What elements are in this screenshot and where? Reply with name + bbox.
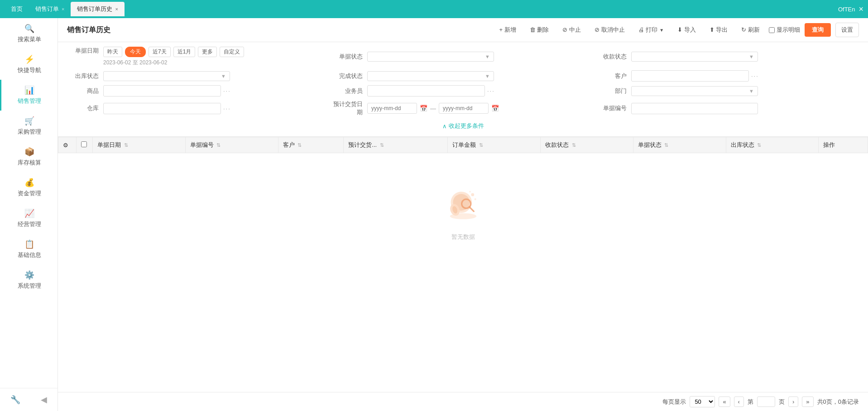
warehouse-more-icon[interactable]: ···: [221, 105, 233, 112]
out-status-select[interactable]: ▼: [103, 71, 230, 81]
expected-date-end[interactable]: [439, 103, 489, 114]
expected-date-start-calendar-icon[interactable]: 📅: [420, 105, 427, 112]
col-amount-sort-icon[interactable]: ⇅: [479, 142, 483, 148]
svg-point-9: [469, 191, 470, 192]
sidebar-bottom-collapse-icon[interactable]: ◀: [39, 393, 49, 406]
warehouse-input[interactable]: [103, 103, 221, 114]
svg-line-4: [469, 207, 474, 211]
settings-button[interactable]: 设置: [835, 23, 859, 37]
out-status-arrow-icon: ▼: [221, 73, 226, 79]
col-bill-status-sort-icon[interactable]: ⇅: [664, 142, 668, 148]
complete-status-label: 完成状态: [331, 72, 367, 80]
date-7days[interactable]: 近7天: [149, 47, 171, 57]
collapse-button[interactable]: ∧ 收起更多条件: [67, 120, 859, 132]
date-yesterday[interactable]: 昨天: [103, 47, 122, 57]
col-settings[interactable]: ⚙: [58, 137, 77, 153]
col-payment-status-label: 收款状态: [545, 141, 569, 148]
sidebar-item-sales-mgmt[interactable]: 📊 销售管理: [0, 80, 58, 111]
col-payment-status-sort-icon[interactable]: ⇅: [572, 142, 576, 148]
col-expected-date-sort-icon[interactable]: ⇅: [380, 142, 384, 148]
refresh-button[interactable]: ↻ 刷新: [737, 24, 764, 36]
col-bill-no-sort-icon[interactable]: ⇅: [216, 142, 221, 148]
col-amount-label: 订单金额: [452, 141, 476, 148]
goods-input-wrap: ···: [103, 85, 331, 97]
sidebar-item-sys-mgmt[interactable]: ⚙️ 系统管理: [0, 265, 58, 295]
prev-page-button[interactable]: ‹: [734, 396, 744, 407]
date-custom[interactable]: 自定义: [220, 47, 244, 57]
sidebar-item-finance[interactable]: 💰 资金管理: [0, 172, 58, 203]
display-toggle-checkbox[interactable]: [769, 27, 775, 33]
export-button[interactable]: ⬆ 导出: [705, 24, 733, 36]
salesman-more-icon[interactable]: ···: [485, 87, 497, 94]
payment-status-select[interactable]: ▼: [631, 52, 758, 62]
col-customer[interactable]: 客户 ⇅: [278, 137, 344, 153]
tab-home[interactable]: 首页: [5, 2, 29, 16]
col-date-sort-icon[interactable]: ⇅: [124, 142, 128, 148]
goods-more-icon[interactable]: ···: [221, 87, 233, 94]
tab-sales-order-close[interactable]: ×: [62, 6, 64, 12]
col-customer-sort-icon[interactable]: ⇅: [297, 142, 302, 148]
bill-status-select[interactable]: ▼: [367, 52, 494, 62]
topbar-close-icon[interactable]: ×: [858, 5, 863, 14]
page-size-select[interactable]: 50 10 20 100: [690, 396, 715, 407]
tab-sales-order-history[interactable]: 销售订单历史 ×: [71, 2, 124, 16]
page-number-input[interactable]: 1: [757, 396, 775, 407]
col-amount[interactable]: 订单金额 ⇅: [448, 137, 541, 153]
sidebar-item-inventory[interactable]: 📦 库存核算: [0, 141, 58, 172]
date-today[interactable]: 今天: [125, 47, 146, 57]
last-page-button[interactable]: »: [802, 396, 813, 407]
empty-state-illustration: [441, 180, 486, 226]
col-bill-status[interactable]: 单据状态 ⇅: [633, 137, 726, 153]
cancel-stop-button[interactable]: ⊘ 取消中止: [590, 24, 629, 36]
expected-date-label: 预计交货日期: [331, 100, 367, 116]
expected-date-start[interactable]: [367, 103, 417, 114]
sidebar-item-search-menu[interactable]: 🔍 搜索菜单: [0, 18, 58, 49]
filter-row-3: 商品 ··· 业务员 ··· 部门: [67, 85, 859, 97]
date-1month[interactable]: 近1月: [173, 47, 196, 57]
customer-input[interactable]: [631, 70, 749, 82]
tab-sales-order[interactable]: 销售订单 ×: [29, 2, 71, 16]
sidebar-item-operations[interactable]: 📈 经营管理: [0, 203, 58, 234]
col-date[interactable]: 单据日期 ⇅: [93, 137, 186, 153]
delete-button[interactable]: 🗑 删除: [525, 24, 554, 36]
col-out-status[interactable]: 出库状态 ⇅: [726, 137, 819, 153]
expected-date-end-calendar-icon[interactable]: 📅: [491, 105, 499, 112]
tab-sales-order-history-close[interactable]: ×: [115, 6, 118, 12]
col-out-status-sort-icon[interactable]: ⇅: [757, 142, 761, 148]
col-payment-status[interactable]: 收款状态 ⇅: [540, 137, 633, 153]
col-bill-no[interactable]: 单据编号 ⇅: [185, 137, 278, 153]
toolbar: + 新增 🗑 删除 ⊘ 中止 ⊘ 取消中止 🖨 打印 ▼ ⬇ 导入 ⬆ 导出 ↻…: [495, 23, 859, 37]
search-menu-icon: 🔍: [24, 24, 34, 34]
complete-status-select[interactable]: ▼: [367, 71, 494, 81]
dept-select[interactable]: ▼: [631, 86, 758, 96]
first-page-button[interactable]: «: [719, 396, 730, 407]
bill-number-input[interactable]: [631, 103, 758, 114]
goods-label: 商品: [67, 87, 103, 95]
goods-input[interactable]: [103, 85, 221, 97]
date-more[interactable]: 更多: [198, 47, 217, 57]
import-button[interactable]: ⬇ 导入: [673, 24, 700, 36]
next-page-button[interactable]: ›: [788, 396, 798, 407]
sidebar-bottom-settings-icon[interactable]: 🔧: [9, 393, 22, 406]
dept-arrow-icon: ▼: [749, 88, 754, 94]
salesman-input[interactable]: [367, 85, 485, 97]
settings-icon[interactable]: ⚙: [63, 142, 68, 149]
sidebar-item-quick-nav[interactable]: ⚡ 快捷导航: [0, 49, 58, 80]
col-checkbox[interactable]: [77, 137, 93, 153]
sidebar-item-purchase-mgmt[interactable]: 🛒 采购管理: [0, 111, 58, 141]
col-expected-date[interactable]: 预计交货... ⇅: [344, 137, 448, 153]
print-button[interactable]: 🖨 打印 ▼: [634, 24, 669, 36]
col-customer-label: 客户: [283, 141, 295, 148]
display-toggle[interactable]: 显示明细: [769, 26, 800, 34]
sidebar-item-basic-info[interactable]: 📋 基础信息: [0, 234, 58, 265]
filter-area: 单据日期 昨天 今天 近7天 近1月 更多 自定义 2023-06-02 至 2…: [58, 42, 868, 137]
filter-cell-expected-date: 预计交货日期 📅 — 📅: [331, 100, 595, 116]
finance-icon: 💰: [24, 178, 34, 188]
customer-more-icon[interactable]: ···: [749, 73, 761, 79]
bill-number-label: 单据编号: [595, 104, 631, 112]
select-all-checkbox[interactable]: [81, 141, 87, 147]
stop-button[interactable]: ⊘ 中止: [558, 24, 585, 36]
tab-sales-order-label: 销售订单: [35, 5, 59, 13]
new-button[interactable]: + 新增: [495, 24, 521, 36]
query-button[interactable]: 查询: [805, 23, 831, 37]
